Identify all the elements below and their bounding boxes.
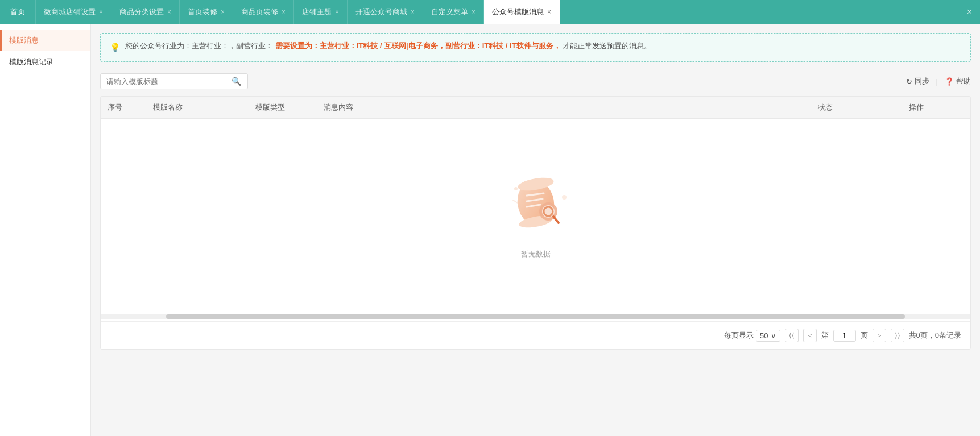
horizontal-scrollbar[interactable] <box>101 314 970 319</box>
nav-tab-wechat[interactable]: 开通公众号商城 × <box>348 0 423 24</box>
first-page-button[interactable]: ⟨⟨ <box>785 329 799 342</box>
svg-point-10 <box>514 187 518 190</box>
empty-illustration <box>502 172 570 240</box>
col-content: 消息内容 <box>317 102 811 113</box>
notice-highlight: 需要设置为：主营行业：IT科技 / 互联网|电子商务，副营行业：IT科技 / I… <box>275 41 561 50</box>
close-all-tabs-button[interactable]: × <box>959 0 980 24</box>
sync-label: 同步 <box>915 76 929 86</box>
table-header: 序号 模版名称 模版类型 消息内容 状态 操作 <box>101 97 970 119</box>
help-button[interactable]: ❓ 帮助 <box>945 76 971 86</box>
svg-point-11 <box>562 195 567 200</box>
nav-tab-productpage[interactable]: 商品页装修 × <box>233 0 294 24</box>
close-productpage-tab-icon[interactable]: × <box>282 8 286 16</box>
svg-line-12 <box>513 200 518 203</box>
nav-tab-theme[interactable]: 店铺主题 × <box>294 0 348 24</box>
close-theme-tab-icon[interactable]: × <box>335 8 339 16</box>
sync-button[interactable]: ↻ 同步 <box>906 76 929 86</box>
sidebar-item-record[interactable]: 模版消息记录 <box>0 51 90 73</box>
page-number-input[interactable]: 1 <box>833 330 856 342</box>
category-tab-label: 商品分类设置 <box>119 7 164 17</box>
nav-tab-templatemsg[interactable]: 公众号模版消息 × <box>484 0 560 24</box>
pagination: 每页显示 50 ∨ ⟨⟨ ＜ 第 1 页 ＞ ⟩⟩ 共0页，0条记录 <box>101 321 970 349</box>
page-size-wrap: 每页显示 50 ∨ <box>724 330 780 342</box>
nav-tab-category[interactable]: 商品分类设置 × <box>111 0 180 24</box>
top-navigation: 首页 微商城店铺设置 × 商品分类设置 × 首页装修 × 商品页装修 × 店铺主… <box>0 0 980 24</box>
data-table: 序号 模版名称 模版类型 消息内容 状态 操作 <box>100 96 971 350</box>
main-content: 💡 您的公众号行业为：主营行业：，副营行业： 需要设置为：主营行业：IT科技 /… <box>91 24 980 436</box>
close-wechat-tab-icon[interactable]: × <box>411 8 415 16</box>
page-size-label: 每页显示 <box>724 330 754 341</box>
search-input[interactable] <box>106 77 231 86</box>
col-name: 模版名称 <box>146 102 249 113</box>
close-homepage-tab-icon[interactable]: × <box>221 8 225 16</box>
sidebar-item-template[interactable]: 模版消息 <box>0 30 90 51</box>
total-info: 共0页，0条记录 <box>909 330 961 341</box>
home-tab-label: 首页 <box>10 7 25 17</box>
chevron-down-icon: ∨ <box>771 331 776 340</box>
col-status: 状态 <box>811 102 902 113</box>
notice-box: 💡 您的公众号行业为：主营行业：，副营行业： 需要设置为：主营行业：IT科技 /… <box>100 33 971 62</box>
page-size-select[interactable]: 50 ∨ <box>756 330 780 342</box>
sync-icon: ↻ <box>906 77 912 86</box>
theme-tab-label: 店铺主题 <box>302 7 332 17</box>
sidebar-item-template-label: 模版消息 <box>9 36 39 44</box>
page-text-label: 第 <box>821 330 829 341</box>
sidebar-item-record-label: 模版消息记录 <box>9 57 53 66</box>
productpage-tab-label: 商品页装修 <box>241 7 278 17</box>
toolbar-right: ↻ 同步 | ❓ 帮助 <box>906 76 971 86</box>
empty-state: 暂无数据 <box>502 172 570 259</box>
search-icon[interactable]: 🔍 <box>231 77 241 86</box>
page-size-value: 50 <box>760 331 768 340</box>
notice-text: 您的公众号行业为：主营行业：，副营行业： 需要设置为：主营行业：IT科技 / 互… <box>125 40 651 52</box>
wshop-tab-label: 微商城店铺设置 <box>44 7 96 17</box>
homepage-tab-label: 首页装修 <box>188 7 217 17</box>
nav-tab-home[interactable]: 首页 <box>0 0 36 24</box>
next-page-button[interactable]: ＞ <box>873 329 886 342</box>
svg-line-9 <box>553 217 559 223</box>
empty-text: 暂无数据 <box>521 249 551 259</box>
templatemsg-tab-label: 公众号模版消息 <box>492 7 544 17</box>
notice-icon: 💡 <box>110 41 121 55</box>
divider: | <box>936 77 938 86</box>
close-category-tab-icon[interactable]: × <box>167 8 171 16</box>
sidebar: 模版消息 模版消息记录 <box>0 24 91 436</box>
main-layout: 模版消息 模版消息记录 💡 您的公众号行业为：主营行业：，副营行业： 需要设置为… <box>0 24 980 436</box>
close-custommenu-tab-icon[interactable]: × <box>472 8 475 16</box>
scrollbar-thumb[interactable] <box>166 314 905 319</box>
help-label: 帮助 <box>956 76 971 86</box>
close-wshop-tab-icon[interactable]: × <box>99 8 103 16</box>
nav-tab-homepage[interactable]: 首页装修 × <box>180 0 233 24</box>
search-input-wrap[interactable]: 🔍 <box>100 73 248 89</box>
table-body: 暂无数据 <box>101 119 970 312</box>
page-unit-label: 页 <box>861 330 868 341</box>
custommenu-tab-label: 自定义菜单 <box>431 7 468 17</box>
col-type: 模版类型 <box>249 102 317 113</box>
col-action: 操作 <box>902 102 970 113</box>
last-page-button[interactable]: ⟩⟩ <box>891 329 904 342</box>
wechat-tab-label: 开通公众号商城 <box>355 7 407 17</box>
prev-page-button[interactable]: ＜ <box>803 329 817 342</box>
notice-suffix: 才能正常发送预置的消息。 <box>563 41 651 50</box>
close-templatemsg-tab-icon[interactable]: × <box>547 8 551 16</box>
nav-tab-wshop[interactable]: 微商城店铺设置 × <box>36 0 111 24</box>
help-icon: ❓ <box>945 77 954 86</box>
col-seq: 序号 <box>101 102 146 113</box>
notice-prefix: 您的公众号行业为：主营行业：，副营行业： <box>125 41 273 50</box>
nav-tab-custommenu[interactable]: 自定义菜单 × <box>423 0 484 24</box>
search-bar: 🔍 ↻ 同步 | ❓ 帮助 <box>100 73 971 89</box>
